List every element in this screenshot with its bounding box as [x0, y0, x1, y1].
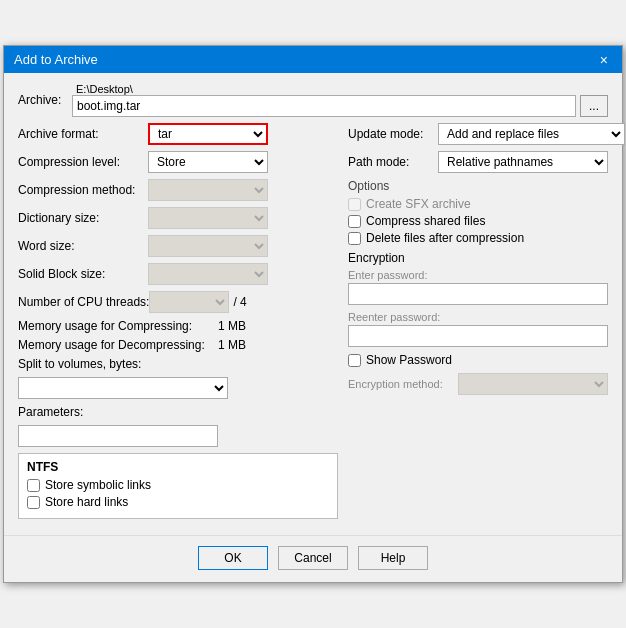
encryption-method-select[interactable] [458, 373, 608, 395]
archive-format-label: Archive format: [18, 127, 148, 141]
memory-compressing-label: Memory usage for Compressing: [18, 319, 218, 333]
compression-method-label: Compression method: [18, 183, 148, 197]
encryption-method-label: Encryption method: [348, 378, 458, 390]
cpu-threads-row: Number of CPU threads: / 4 [18, 291, 338, 313]
store-hard-row: Store hard links [27, 495, 329, 509]
parameters-input[interactable] [18, 425, 218, 447]
show-password-checkbox[interactable] [348, 354, 361, 367]
store-symbolic-checkbox[interactable] [27, 479, 40, 492]
password-input[interactable] [348, 283, 608, 305]
update-mode-row: Update mode: Add and replace files Updat… [348, 123, 608, 145]
archive-input-wrapper: ... [72, 95, 608, 117]
delete-after-row: Delete files after compression [348, 231, 608, 245]
dialog-body: Archive: E:\Desktop\ ... Archive format:… [4, 73, 622, 529]
compression-method-row: Compression method: [18, 179, 338, 201]
help-button[interactable]: Help [358, 546, 428, 570]
dictionary-size-row: Dictionary size: [18, 207, 338, 229]
archive-label: Archive: [18, 93, 68, 107]
show-password-row: Show Password [348, 353, 608, 367]
update-mode-select[interactable]: Add and replace files Update and add fil… [438, 123, 625, 145]
store-symbolic-label: Store symbolic links [45, 478, 151, 492]
word-size-row: Word size: [18, 235, 338, 257]
path-mode-label: Path mode: [348, 155, 438, 169]
archive-path-hint: E:\Desktop\ [76, 83, 608, 95]
split-volumes-label: Split to volumes, bytes: [18, 357, 148, 371]
create-sfx-label: Create SFX archive [366, 197, 471, 211]
main-content: Archive format: tar zip 7z gz Compressio… [18, 123, 608, 519]
path-mode-select[interactable]: Relative pathnames Absolute pathnames No… [438, 151, 608, 173]
solid-block-select[interactable] [148, 263, 268, 285]
memory-decompressing-value: 1 MB [218, 338, 246, 352]
delete-after-checkbox[interactable] [348, 232, 361, 245]
ntfs-title: NTFS [27, 460, 329, 474]
split-volumes-select[interactable] [18, 377, 228, 399]
title-bar: Add to Archive × [4, 46, 622, 73]
options-title: Options [348, 179, 608, 193]
memory-decompressing-row: Memory usage for Decompressing: 1 MB [18, 338, 338, 352]
dictionary-size-select[interactable] [148, 207, 268, 229]
solid-block-label: Solid Block size: [18, 267, 148, 281]
path-mode-row: Path mode: Relative pathnames Absolute p… [348, 151, 608, 173]
browse-button[interactable]: ... [580, 95, 608, 117]
compression-level-label: Compression level: [18, 155, 148, 169]
dictionary-size-label: Dictionary size: [18, 211, 148, 225]
compression-level-select[interactable]: Store Fastest Normal [148, 151, 268, 173]
store-symbolic-row: Store symbolic links [27, 478, 329, 492]
left-panel: Archive format: tar zip 7z gz Compressio… [18, 123, 338, 519]
compression-level-row: Compression level: Store Fastest Normal [18, 151, 338, 173]
cpu-threads-select[interactable] [149, 291, 229, 313]
solid-block-size-row: Solid Block size: [18, 263, 338, 285]
compress-shared-label: Compress shared files [366, 214, 485, 228]
show-password-label: Show Password [366, 353, 452, 367]
word-size-label: Word size: [18, 239, 148, 253]
compress-shared-checkbox[interactable] [348, 215, 361, 228]
update-mode-label: Update mode: [348, 127, 438, 141]
ntfs-box: NTFS Store symbolic links Store hard lin… [18, 453, 338, 519]
create-sfx-checkbox[interactable] [348, 198, 361, 211]
encryption-title: Encryption [348, 251, 608, 265]
dialog-title: Add to Archive [14, 52, 98, 67]
parameters-input-row [18, 425, 338, 447]
cpu-threads-suffix: / 4 [233, 295, 246, 309]
parameters-label-row: Parameters: [18, 405, 338, 419]
reenter-input[interactable] [348, 325, 608, 347]
dialog-footer: OK Cancel Help [4, 535, 622, 582]
store-hard-checkbox[interactable] [27, 496, 40, 509]
ok-button[interactable]: OK [198, 546, 268, 570]
parameters-label: Parameters: [18, 405, 148, 419]
reenter-label: Reenter password: [348, 311, 608, 323]
right-panel: Update mode: Add and replace files Updat… [348, 123, 608, 519]
cpu-threads-label: Number of CPU threads: [18, 295, 149, 309]
archive-row: Archive: E:\Desktop\ ... [18, 83, 608, 117]
memory-decompressing-label: Memory usage for Decompressing: [18, 338, 218, 352]
split-volumes-label-row: Split to volumes, bytes: [18, 357, 338, 371]
delete-after-label: Delete files after compression [366, 231, 524, 245]
archive-filename-input[interactable] [72, 95, 576, 117]
close-button[interactable]: × [596, 53, 612, 67]
memory-compressing-value: 1 MB [218, 319, 246, 333]
compress-shared-row: Compress shared files [348, 214, 608, 228]
word-size-select[interactable] [148, 235, 268, 257]
add-to-archive-dialog: Add to Archive × Archive: E:\Desktop\ ..… [3, 45, 623, 583]
archive-format-row: Archive format: tar zip 7z gz [18, 123, 338, 145]
split-volumes-input-row [18, 377, 338, 399]
create-sfx-row: Create SFX archive [348, 197, 608, 211]
store-hard-label: Store hard links [45, 495, 128, 509]
encryption-method-row: Encryption method: [348, 373, 608, 395]
cancel-button[interactable]: Cancel [278, 546, 348, 570]
options-section: Options Create SFX archive Compress shar… [348, 179, 608, 245]
memory-compressing-row: Memory usage for Compressing: 1 MB [18, 319, 338, 333]
password-label: Enter password: [348, 269, 608, 281]
archive-format-select[interactable]: tar zip 7z gz [148, 123, 268, 145]
compression-method-select[interactable] [148, 179, 268, 201]
encryption-section: Encryption Enter password: Reenter passw… [348, 251, 608, 395]
